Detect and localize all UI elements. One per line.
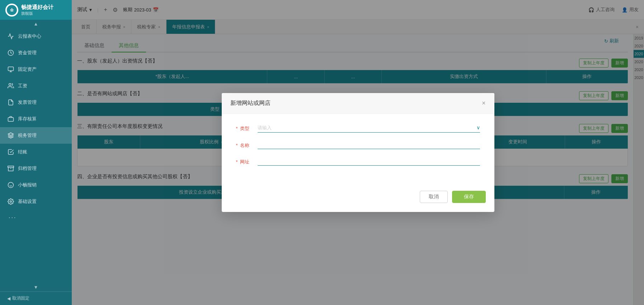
logo-inner: 会 bbox=[7, 5, 17, 15]
form-label-type: * 类型 bbox=[236, 125, 258, 132]
url-input[interactable] bbox=[258, 158, 480, 163]
sidebar-header: 会 畅捷通好会计 旗舰版 bbox=[0, 0, 72, 20]
form-row-name: * 名称 bbox=[236, 142, 480, 149]
label-text-url: 网址 bbox=[240, 159, 249, 165]
svg-point-4 bbox=[9, 83, 11, 86]
sidebar-item-fund[interactable]: 资金管理 bbox=[0, 45, 72, 61]
sidebar-item-xiaochang[interactable]: 小畅报销 bbox=[0, 177, 72, 193]
svg-point-8 bbox=[8, 182, 14, 188]
svg-rect-6 bbox=[8, 166, 14, 167]
pin-icon: ◀ bbox=[7, 296, 10, 301]
app-logo: 会 bbox=[5, 4, 18, 17]
sidebar-label-more: ··· bbox=[9, 214, 17, 221]
sidebar-nav: 云报表中心 资金管理 固定资产 工资 bbox=[0, 28, 72, 283]
modal-add-website: 新增网站或网店 × * 类型 ∨ * 名称 bbox=[222, 93, 494, 212]
sidebar-item-payroll[interactable]: 工资 bbox=[0, 78, 72, 94]
archive-icon bbox=[7, 165, 14, 172]
cancel-fixed-label: 取消固定 bbox=[12, 295, 29, 301]
form-label-url: * 网址 bbox=[236, 159, 258, 165]
sidebar-item-cloud-report[interactable]: 云报表中心 bbox=[0, 28, 72, 45]
asset-icon bbox=[7, 66, 14, 73]
sidebar-item-checkout[interactable]: 结账 bbox=[0, 144, 72, 160]
sidebar-item-invoice[interactable]: 发票管理 bbox=[0, 94, 72, 111]
form-row-type: * 类型 ∨ bbox=[236, 125, 480, 133]
sidebar-label-checkout: 结账 bbox=[18, 149, 27, 155]
sidebar-label-archive: 归档管理 bbox=[18, 165, 37, 172]
form-row-url: * 网址 bbox=[236, 158, 480, 166]
cancel-fixed-button[interactable]: ◀ 取消固定 bbox=[0, 291, 72, 305]
label-text-name: 名称 bbox=[240, 143, 249, 148]
settings-icon bbox=[7, 198, 14, 205]
url-input-wrap bbox=[258, 158, 480, 166]
modal-title: 新增网站或网店 bbox=[230, 100, 271, 107]
sidebar-label-inventory: 库存核算 bbox=[18, 116, 37, 122]
sidebar-item-inventory[interactable]: 库存核算 bbox=[0, 111, 72, 127]
cancel-button[interactable]: 取消 bbox=[420, 191, 448, 203]
sidebar-label-invoice: 发票管理 bbox=[18, 99, 37, 106]
name-input[interactable] bbox=[258, 142, 480, 147]
expense-icon bbox=[7, 181, 14, 189]
sidebar-item-archive[interactable]: 归档管理 bbox=[0, 160, 72, 177]
sidebar-scroll-down[interactable]: ▼ bbox=[0, 283, 72, 291]
invoice-icon bbox=[7, 99, 14, 106]
tax-icon bbox=[7, 132, 14, 139]
sidebar-label-cloud-report: 云报表中心 bbox=[18, 33, 41, 40]
name-input-wrap bbox=[258, 142, 480, 149]
checkout-icon bbox=[7, 148, 14, 156]
sidebar-label-settings: 基础设置 bbox=[18, 198, 37, 205]
modal-overlay: 新增网站或网店 × * 类型 ∨ * 名称 bbox=[72, 0, 644, 305]
sidebar-label-xiaochang: 小畅报销 bbox=[18, 182, 37, 188]
sidebar-label-fund: 资金管理 bbox=[18, 50, 37, 56]
chart-icon bbox=[7, 33, 14, 40]
sidebar-item-fixed-asset[interactable]: 固定资产 bbox=[0, 61, 72, 78]
svg-rect-5 bbox=[8, 117, 14, 121]
sidebar-item-tax-mgmt[interactable]: 税务管理 bbox=[0, 127, 72, 144]
modal-close-button[interactable]: × bbox=[482, 100, 486, 107]
modal-body: * 类型 ∨ * 名称 * bbox=[222, 114, 494, 185]
sidebar-label-tax-mgmt: 税务管理 bbox=[18, 132, 37, 139]
fund-icon bbox=[7, 49, 14, 56]
required-star-name: * bbox=[236, 143, 238, 148]
required-star-type: * bbox=[236, 126, 238, 131]
modal-footer: 取消 保存 bbox=[222, 185, 494, 212]
form-label-name: * 名称 bbox=[236, 142, 258, 149]
sidebar-label-fixed-asset: 固定资产 bbox=[18, 66, 37, 73]
sidebar-item-more[interactable]: ··· bbox=[0, 210, 72, 226]
sidebar-item-settings[interactable]: 基础设置 bbox=[0, 193, 72, 210]
label-text-type: 类型 bbox=[240, 126, 249, 131]
sidebar-scroll-up[interactable]: ▲ bbox=[0, 20, 72, 28]
app-title: 畅捷通好会计 bbox=[21, 4, 53, 11]
app-subtitle: 旗舰版 bbox=[21, 11, 53, 16]
app-title-group: 畅捷通好会计 旗舰版 bbox=[21, 4, 53, 16]
sidebar: 会 畅捷通好会计 旗舰版 ▲ 云报表中心 资金管理 bbox=[0, 0, 72, 305]
save-button[interactable]: 保存 bbox=[452, 191, 486, 203]
required-star-url: * bbox=[236, 159, 238, 165]
sidebar-label-payroll: 工资 bbox=[18, 83, 27, 89]
type-dropdown-icon[interactable]: ∨ bbox=[476, 125, 480, 130]
payroll-icon bbox=[7, 82, 14, 89]
inventory-icon bbox=[7, 115, 14, 123]
svg-rect-1 bbox=[8, 67, 14, 71]
type-input-wrap: ∨ bbox=[258, 125, 480, 133]
modal-header: 新增网站或网店 × bbox=[222, 93, 494, 114]
type-input[interactable] bbox=[258, 125, 476, 130]
svg-point-11 bbox=[10, 201, 12, 203]
logo-icon: 会 bbox=[10, 8, 14, 13]
